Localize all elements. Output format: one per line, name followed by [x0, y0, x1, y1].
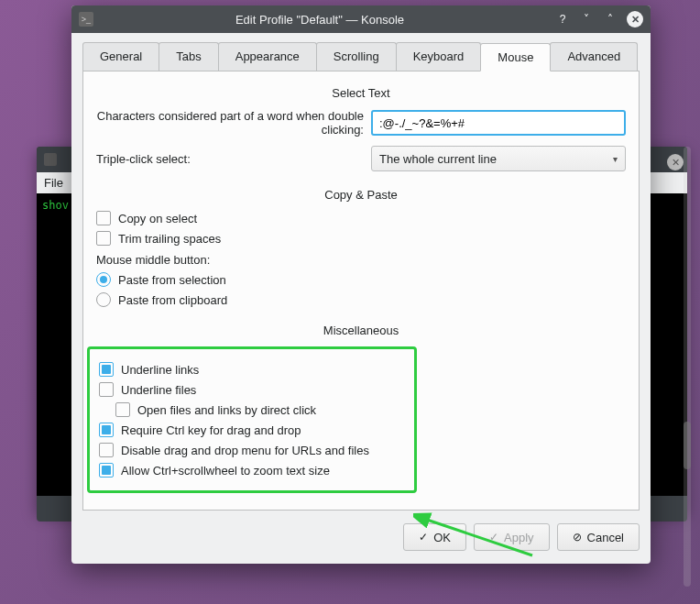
dialog-title: Edit Profile "Default" — Konsole	[235, 13, 404, 27]
mouse-panel: Select Text Characters considered part o…	[82, 71, 640, 511]
dialog-button-row: ✓ OK ✓ Apply ⊘ Cancel	[82, 523, 640, 551]
middle-button-label: Mouse middle button:	[96, 253, 626, 267]
tab-mouse[interactable]: Mouse	[480, 43, 551, 71]
check-icon: ✓	[489, 531, 498, 544]
minimize-icon[interactable]: ˅	[579, 12, 594, 27]
close-icon[interactable]: ✕	[627, 11, 643, 27]
page-scrollbar[interactable]	[684, 147, 691, 587]
disable-dnd-menu-checkbox[interactable]	[99, 443, 114, 457]
ok-button[interactable]: ✓ OK	[403, 523, 466, 551]
edit-profile-dialog: >_ Edit Profile "Default" — Konsole ? ˅ …	[71, 5, 651, 564]
trim-trailing-label: Trim trailing spaces	[118, 232, 221, 246]
word-chars-label: Characters considered part of a word whe…	[96, 109, 371, 137]
underline-files-checkbox[interactable]	[99, 382, 114, 397]
help-icon[interactable]: ?	[555, 12, 570, 27]
dialog-titlebar[interactable]: >_ Edit Profile "Default" — Konsole ? ˅ …	[71, 5, 651, 33]
require-ctrl-label: Require Ctrl key for drag and drop	[121, 423, 301, 437]
cancel-button-label: Cancel	[587, 531, 624, 544]
misc-heading: Miscellaneous	[96, 324, 626, 337]
word-chars-input[interactable]	[371, 110, 626, 136]
require-ctrl-checkbox[interactable]	[99, 423, 114, 437]
triple-click-value: The whole current line	[379, 152, 497, 166]
open-direct-checkbox[interactable]	[115, 402, 130, 417]
copy-on-select-label: Copy on select	[118, 212, 197, 225]
terminal-icon	[44, 153, 57, 166]
copy-paste-heading: Copy & Paste	[96, 188, 626, 202]
konsole-app-icon: >_	[79, 12, 93, 27]
annotation-highlight-box: Underline links Underline files Open fil…	[87, 346, 417, 493]
bg-terminal-text: shov	[42, 199, 69, 212]
tab-keyboard[interactable]: Keyboard	[396, 42, 482, 71]
underline-links-label: Underline links	[121, 363, 199, 377]
ok-button-label: OK	[433, 531, 451, 544]
underline-files-label: Underline files	[121, 383, 196, 397]
paste-clipboard-radio[interactable]	[96, 292, 111, 307]
triple-click-select[interactable]: The whole current line ▾	[371, 146, 626, 171]
allow-zoom-checkbox[interactable]	[99, 463, 114, 478]
triple-click-label: Triple-click select:	[96, 152, 371, 166]
apply-button-label: Apply	[504, 531, 534, 544]
cancel-icon: ⊘	[573, 531, 582, 544]
paste-clipboard-label: Paste from clipboard	[118, 293, 227, 307]
page-scrollbar-thumb[interactable]	[684, 422, 691, 469]
cancel-button[interactable]: ⊘ Cancel	[557, 523, 640, 551]
maximize-icon[interactable]: ˄	[603, 12, 618, 27]
paste-selection-label: Paste from selection	[118, 273, 226, 287]
open-direct-label: Open files and links by direct click	[137, 403, 316, 417]
apply-button[interactable]: ✓ Apply	[474, 523, 550, 551]
check-icon: ✓	[419, 531, 428, 544]
tab-advanced[interactable]: Advanced	[550, 42, 638, 71]
tab-bar: General Tabs Appearance Scrolling Keyboa…	[82, 42, 640, 71]
copy-on-select-checkbox[interactable]	[96, 211, 111, 225]
tab-scrolling[interactable]: Scrolling	[316, 42, 397, 71]
tab-tabs[interactable]: Tabs	[159, 42, 218, 71]
tab-appearance[interactable]: Appearance	[218, 42, 317, 71]
allow-zoom-label: Allow Ctrl+scrollwheel to zoom text size	[121, 464, 330, 478]
trim-trailing-checkbox[interactable]	[96, 231, 111, 246]
bg-window-close-icon[interactable]: ✕	[667, 154, 684, 170]
disable-dnd-menu-label: Disable drag and drop menu for URLs and …	[121, 444, 369, 457]
tab-general[interactable]: General	[82, 42, 159, 71]
chevron-down-icon: ▾	[613, 154, 618, 164]
select-text-heading: Select Text	[96, 86, 626, 100]
underline-links-checkbox[interactable]	[99, 362, 114, 377]
paste-selection-radio[interactable]	[96, 272, 111, 287]
